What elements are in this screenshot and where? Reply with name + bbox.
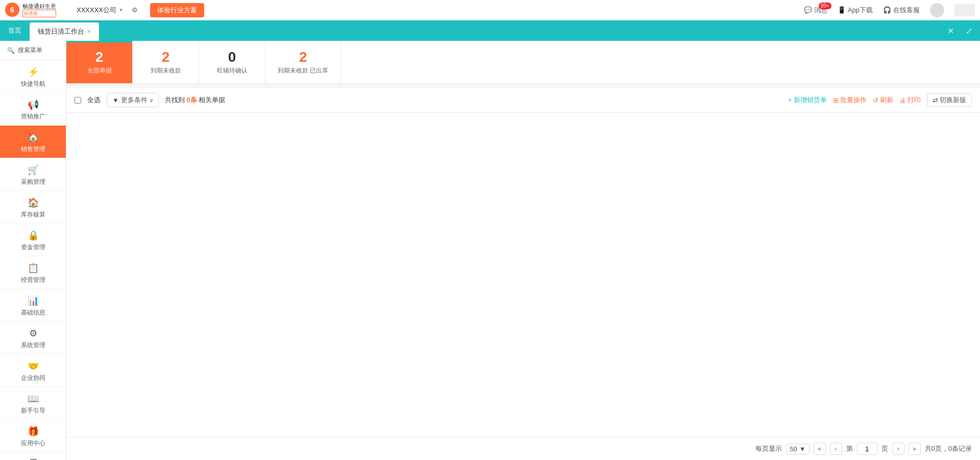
sidebar-item-basic-info[interactable]: 📊 基础信息 bbox=[0, 289, 66, 322]
finance-icon: 🔒 bbox=[28, 230, 39, 241]
toolbar-right: + 新增销货单 ⊞ 批量操作 ↺ 刷新 🖨 打印 ⇄ 切换新版 bbox=[788, 93, 972, 107]
main-layout: 🔍 搜索菜单 ⚡ 快捷导航 📢 营销推广 🏠 销售管理 🛒 采购管理 🏠 库存核… bbox=[0, 41, 980, 460]
sidebar-item-system[interactable]: ⚙ 系统管理 bbox=[0, 322, 66, 354]
sidebar-item-guide[interactable]: 📖 新手引导 bbox=[0, 387, 66, 420]
sidebar-item-finance[interactable]: 🔒 资金管理 bbox=[0, 224, 66, 256]
sidebar: 🔍 搜索菜单 ⚡ 快捷导航 📢 营销推广 🏠 销售管理 🛒 采购管理 🏠 库存核… bbox=[0, 41, 66, 460]
sales-icon: 🏠 bbox=[28, 132, 39, 143]
sidebar-item-marketing[interactable]: 📢 营销推广 bbox=[0, 93, 66, 126]
refresh-btn[interactable]: ↺ 刷新 bbox=[873, 95, 893, 105]
table-area: 每页显示 50 ▼ « ‹ 第 页 › » bbox=[66, 113, 980, 460]
found-count: 0条 bbox=[187, 96, 197, 104]
tab-close-btn[interactable]: ✕ bbox=[943, 23, 958, 38]
tab-bar-actions: ✕ ⤢ bbox=[943, 23, 980, 38]
sidebar-item-cooperation[interactable]: 🤝 企业协同 bbox=[0, 354, 66, 387]
page-size-arrow: ▼ bbox=[799, 445, 806, 453]
tab-bar: 首页 钱货日清工作台 × ✕ ⤢ bbox=[0, 20, 980, 41]
search-icon: 🔍 bbox=[7, 47, 15, 54]
tab-close-icon[interactable]: × bbox=[87, 28, 91, 35]
settings-icon[interactable]: ⚙ bbox=[128, 3, 142, 17]
service-icon: 🎧 bbox=[883, 6, 891, 14]
batch-btn[interactable]: ⊞ 批量操作 bbox=[833, 95, 867, 105]
basic-info-icon: 📊 bbox=[28, 295, 39, 306]
sidebar-item-wechat[interactable]: 💬 企业微信 bbox=[0, 452, 66, 460]
refresh-icon: ↺ bbox=[873, 96, 878, 104]
filter-btn[interactable]: ▼ 更多条件 ∨ bbox=[107, 93, 159, 107]
app-download-icon: 📱 bbox=[838, 6, 846, 14]
app-center-icon: 🎁 bbox=[28, 426, 39, 437]
inventory-icon: 🏠 bbox=[28, 197, 39, 208]
stat-shipped[interactable]: 2 到期未收款 已出库 bbox=[265, 41, 341, 83]
pagination: 每页显示 50 ▼ « ‹ 第 页 › » bbox=[66, 437, 980, 460]
batch-icon: ⊞ bbox=[833, 96, 839, 104]
app-download-btn[interactable]: 📱 App下载 bbox=[838, 6, 873, 15]
stat-all[interactable]: 2 全部单据 bbox=[66, 41, 133, 83]
business-icon: 📋 bbox=[28, 262, 39, 274]
new-sale-btn[interactable]: + 新增销货单 bbox=[788, 95, 827, 105]
online-service-btn[interactable]: 🎧 在线客服 bbox=[883, 6, 920, 15]
toolbar: 全选 ▼ 更多条件 ∨ 共找到 0条 相关单据 + 新增销货单 ⊞ bbox=[66, 88, 980, 113]
sidebar-item-quick-nav[interactable]: ⚡ 快捷导航 bbox=[0, 60, 66, 93]
purchase-icon: 🛒 bbox=[28, 164, 39, 176]
quick-nav-icon: ⚡ bbox=[28, 66, 39, 78]
stat-overdue[interactable]: 2 到期未收款 bbox=[133, 41, 199, 83]
filter-icon: ▼ bbox=[112, 96, 119, 104]
search-menu-btn[interactable]: 🔍 搜索菜单 bbox=[0, 41, 66, 60]
page-input[interactable] bbox=[857, 443, 877, 455]
select-all-checkbox[interactable] bbox=[75, 97, 81, 104]
sidebar-item-app-center[interactable]: 🎁 应用中心 bbox=[0, 420, 66, 452]
next-page-btn[interactable]: › bbox=[892, 443, 904, 455]
stats-row: 2 全部单据 2 到期未收款 0 旺辅待确认 2 到期未收款 已出库 bbox=[66, 41, 980, 84]
sidebar-item-inventory[interactable]: 🏠 库存核算 bbox=[0, 191, 66, 224]
sidebar-item-sales[interactable]: 🏠 销售管理 bbox=[0, 126, 66, 158]
message-icon: 💬 bbox=[804, 6, 812, 14]
total-records: 共0页，0条记录 bbox=[925, 444, 972, 453]
print-btn[interactable]: 🖨 打印 bbox=[899, 95, 921, 105]
avatar[interactable] bbox=[930, 3, 944, 17]
logo-icon: 6 bbox=[5, 3, 19, 17]
user-name-area[interactable] bbox=[954, 4, 975, 16]
sidebar-item-purchase[interactable]: 🛒 采购管理 bbox=[0, 158, 66, 191]
message-badge: 99+ bbox=[819, 3, 831, 9]
tab-expand-btn[interactable]: ⤢ bbox=[962, 23, 976, 38]
sidebar-item-business[interactable]: 📋 经营管理 bbox=[0, 256, 66, 289]
system-icon: ⚙ bbox=[29, 328, 37, 339]
logo-text: 畅捷通好生意 bbox=[22, 3, 56, 10]
guide-icon: 📖 bbox=[28, 393, 39, 404]
cooperation-icon: 🤝 bbox=[28, 360, 39, 372]
logo-badge: 标准版 bbox=[22, 10, 56, 17]
found-text: 共找到 0条 相关单据 bbox=[165, 95, 225, 105]
first-page-btn[interactable]: « bbox=[814, 443, 826, 455]
toolbar-left: 全选 ▼ 更多条件 ∨ 共找到 0条 相关单据 bbox=[75, 93, 782, 107]
page-size-select[interactable]: 50 ▼ bbox=[786, 444, 809, 454]
company-selector[interactable]: XXXXXX公司 ▼ bbox=[77, 6, 124, 15]
switch-icon: ⇄ bbox=[933, 96, 938, 104]
print-icon: 🖨 bbox=[899, 96, 906, 104]
prev-page-btn[interactable]: ‹ bbox=[830, 443, 842, 455]
content-area: 2 全部单据 2 到期未收款 0 旺辅待确认 2 到期未收款 已出库 全选 bbox=[66, 41, 980, 460]
company-dropdown-arrow: ▼ bbox=[118, 7, 124, 13]
tab-work-station[interactable]: 钱货日清工作台 × bbox=[30, 22, 99, 41]
last-page-btn[interactable]: » bbox=[909, 443, 921, 455]
message-btn[interactable]: 💬 消息 99+ bbox=[804, 6, 827, 15]
top-header: 6 畅捷通好生意 标准版 XXXXXX公司 ▼ ⚙ 体验行业方案 💬 消息 99… bbox=[0, 0, 980, 20]
marketing-icon: 📢 bbox=[28, 99, 39, 110]
header-right: 💬 消息 99+ 📱 App下载 🎧 在线客服 bbox=[804, 3, 975, 17]
industry-btn[interactable]: 体验行业方案 bbox=[150, 3, 204, 17]
logo-area: 6 畅捷通好生意 标准版 bbox=[5, 3, 71, 17]
stat-pending[interactable]: 0 旺辅待确认 bbox=[199, 41, 265, 83]
switch-version-btn[interactable]: ⇄ 切换新版 bbox=[927, 93, 972, 107]
tab-home[interactable]: 首页 bbox=[0, 20, 30, 41]
